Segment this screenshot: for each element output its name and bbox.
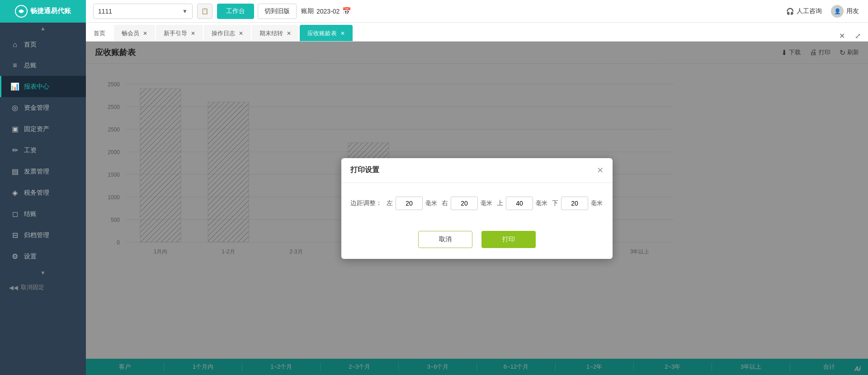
- logo-icon: [15, 5, 28, 18]
- calendar-icon-btn[interactable]: 📋: [197, 4, 212, 19]
- user-label: 用友: [846, 7, 859, 15]
- period-label: 账期 2023-02 📅: [301, 7, 351, 15]
- sidebar-label-tax: 税务管理: [24, 189, 49, 197]
- tab-bar-expand-button[interactable]: ⤢: [852, 31, 863, 41]
- tab-home[interactable]: 首页: [86, 25, 113, 41]
- fixed-asset-icon: ▣: [10, 125, 19, 133]
- sidebar-item-home[interactable]: ⌂ 首页: [0, 34, 86, 55]
- top-margin-input[interactable]: [506, 197, 533, 210]
- top-label: 上: [497, 199, 503, 207]
- period-calendar-icon[interactable]: 📅: [342, 7, 351, 15]
- switch-old-button[interactable]: 切到旧版: [258, 4, 297, 19]
- sidebar-item-tax[interactable]: ◈ 税务管理: [0, 182, 86, 203]
- tab-bar: 首页 畅会员 ✕ 新手引导 ✕ 操作日志 ✕ 期末结转 ✕ 应收账龄表 ✕: [86, 23, 868, 42]
- tab-bar-right: ✕ ⤢: [836, 31, 868, 41]
- report-icon: 📊: [10, 82, 19, 91]
- right-label: 右: [442, 199, 448, 207]
- tab-period-end[interactable]: 期末结转 ✕: [252, 25, 299, 41]
- modal-close-button[interactable]: ✕: [597, 165, 604, 175]
- sidebar-label-fixed-asset: 固定资产: [24, 125, 49, 133]
- sidebar-item-fund[interactable]: ◎ 资金管理: [0, 97, 86, 118]
- calendar-icon: 📋: [201, 8, 208, 14]
- logo-area: 畅捷通易代账: [0, 0, 86, 23]
- top-unit: 毫米: [536, 199, 547, 207]
- tab-aging[interactable]: 应收账龄表 ✕: [300, 25, 353, 41]
- avatar-icon: 👤: [834, 8, 841, 14]
- cancel-fixed-label: 取消固定: [21, 283, 44, 291]
- sidebar-item-payroll[interactable]: ✏ 工资: [0, 140, 86, 161]
- sidebar-scroll-up[interactable]: ▲: [0, 23, 86, 34]
- margin-adjust-label: 边距调整：: [350, 199, 382, 207]
- company-name: 1111: [98, 8, 179, 15]
- fund-icon: ◎: [10, 103, 19, 112]
- sidebar-label-payroll: 工资: [24, 146, 37, 155]
- tab-bar-close-button[interactable]: ✕: [836, 31, 848, 41]
- cancel-fixed-icon: ◀◀: [9, 284, 18, 291]
- sidebar-scroll-down[interactable]: ▼: [0, 267, 86, 279]
- left-margin-input[interactable]: [396, 197, 423, 210]
- cancel-fixed-button[interactable]: ◀◀ 取消固定: [0, 279, 86, 296]
- company-selector[interactable]: 1111 ▼: [93, 4, 193, 19]
- header-right: 🎧 人工咨询 👤 用友: [786, 5, 868, 18]
- tab-member[interactable]: 畅会员 ✕: [114, 25, 155, 41]
- sidebar-item-invoice[interactable]: ▤ 发票管理: [0, 161, 86, 182]
- right-unit: 毫米: [481, 199, 492, 207]
- sidebar-item-settlement[interactable]: ◻ 结账: [0, 203, 86, 225]
- archive-icon: ⊟: [10, 231, 19, 239]
- content-area: 首页 畅会员 ✕ 新手引导 ✕ 操作日志 ✕ 期末结转 ✕ 应收账龄表 ✕: [86, 23, 868, 375]
- sidebar-item-settings[interactable]: ⚙ 设置: [0, 246, 86, 267]
- sidebar-label-ledger: 总账: [24, 61, 37, 70]
- modal-body: 边距调整： 左 毫米 右 毫米: [341, 183, 613, 224]
- period-text: 账期: [301, 7, 314, 15]
- right-margin-input[interactable]: [451, 197, 478, 210]
- modal-header: 打印设置 ✕: [341, 158, 613, 183]
- tab-aging-close[interactable]: ✕: [340, 30, 345, 37]
- tab-oplog-label: 操作日志: [212, 29, 235, 38]
- top-margin-group: 上 毫米: [497, 197, 547, 210]
- page-content: 应收账龄表 ⬇ 下载 🖨 打印 ↻ 刷新: [86, 42, 868, 375]
- avatar: 👤: [831, 5, 844, 18]
- sidebar-label-invoice: 发票管理: [24, 168, 49, 176]
- bottom-margin-input[interactable]: [561, 197, 588, 210]
- workbench-button[interactable]: 工作台: [217, 4, 254, 19]
- sidebar-item-ledger[interactable]: ≡ 总账: [0, 55, 86, 76]
- tab-oplog-close[interactable]: ✕: [239, 30, 243, 37]
- bottom-margin-group: 下 毫米: [552, 197, 603, 210]
- left-margin-group: 左 毫米: [387, 197, 437, 210]
- print-confirm-button[interactable]: 打印: [481, 231, 536, 248]
- print-settings-modal: 打印设置 ✕ 边距调整： 左 毫米: [341, 158, 613, 259]
- tab-period-end-label: 期末结转: [259, 29, 283, 38]
- tax-icon: ◈: [10, 188, 19, 197]
- invoice-icon: ▤: [10, 167, 19, 176]
- settlement-icon: ◻: [10, 210, 19, 218]
- tab-home-label: 首页: [94, 29, 105, 38]
- sidebar-item-fixed-asset[interactable]: ▣ 固定资产: [0, 118, 86, 140]
- consultant-label: 人工咨询: [797, 7, 822, 15]
- modal-title: 打印设置: [350, 165, 379, 175]
- sidebar-item-report[interactable]: 📊 报表中心: [0, 76, 86, 97]
- period-value: 2023-02: [316, 8, 340, 15]
- sidebar-label-home: 首页: [24, 41, 37, 49]
- tab-guide[interactable]: 新手引导 ✕: [156, 25, 203, 41]
- sidebar-label-settings: 设置: [24, 253, 37, 261]
- consultant-button[interactable]: 🎧 人工咨询: [786, 7, 822, 15]
- left-unit: 毫米: [425, 199, 437, 207]
- modal-overlay: 打印设置 ✕ 边距调整： 左 毫米: [86, 42, 868, 375]
- tab-guide-label: 新手引导: [164, 29, 187, 38]
- main-layout: ▲ ⌂ 首页 ≡ 总账 📊 报表中心 ◎ 资金管理 ▣ 固定资产 ✏ 工资 ▤ …: [0, 23, 868, 375]
- user-area[interactable]: 👤 用友: [831, 5, 859, 18]
- ledger-icon: ≡: [10, 61, 19, 70]
- cancel-button[interactable]: 取消: [418, 231, 472, 248]
- sidebar-label-report: 报表中心: [24, 83, 49, 91]
- payroll-icon: ✏: [10, 146, 19, 155]
- right-margin-group: 右 毫米: [442, 197, 492, 210]
- sidebar-item-archive[interactable]: ⊟ 归档管理: [0, 225, 86, 246]
- dropdown-arrow-icon: ▼: [182, 8, 188, 14]
- left-label: 左: [387, 199, 393, 207]
- margin-row: 边距调整： 左 毫米 右 毫米: [350, 197, 604, 210]
- tab-guide-close[interactable]: ✕: [191, 30, 195, 37]
- top-header: 畅捷通易代账 1111 ▼ 📋 工作台 切到旧版 账期 2023-02 📅 🎧 …: [0, 0, 868, 23]
- tab-oplog[interactable]: 操作日志 ✕: [204, 25, 251, 41]
- tab-member-close[interactable]: ✕: [143, 30, 147, 37]
- tab-period-end-close[interactable]: ✕: [287, 30, 291, 37]
